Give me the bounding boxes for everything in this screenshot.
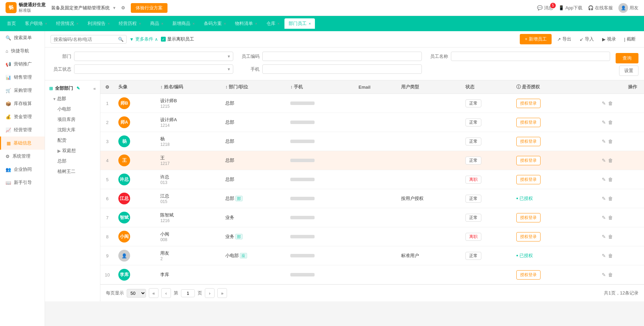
sidebar-item-finance[interactable]: 💰 资金管理	[0, 110, 45, 123]
import-button[interactable]: ↙ 导入	[577, 35, 597, 44]
edit-icon[interactable]: ✎	[602, 139, 606, 144]
col-settings[interactable]: ⚙	[100, 80, 114, 94]
edit-icon[interactable]: ✎	[602, 234, 606, 239]
last-page-button[interactable]: »	[217, 288, 227, 298]
sidebar-item-inventory[interactable]: 📦 库存核算	[0, 97, 45, 110]
table-scroll[interactable]: ⚙ 头像 ↕ 姓名/编码 ↕ 部门/职位 ↕ 手机	[100, 80, 644, 301]
tab-goods[interactable]: 商品 ×	[146, 18, 167, 29]
delete-icon[interactable]: 🗑	[608, 272, 613, 277]
close-icon[interactable]: ×	[192, 21, 194, 26]
edit-icon[interactable]: ✎	[602, 100, 606, 106]
edit-icon[interactable]: ✎	[602, 177, 606, 182]
tree-item-plantking[interactable]: 植树王二	[48, 166, 100, 177]
auth-login-button[interactable]: 授权登录	[516, 156, 541, 165]
auth-login-button[interactable]: 授权登录	[516, 213, 541, 222]
query-button[interactable]: 查询	[616, 53, 638, 63]
edit-icon[interactable]: ✎	[602, 272, 606, 277]
add-employee-button[interactable]: + 新增员工	[520, 34, 551, 44]
sidebar-item-marketing[interactable]: 📢 营销推广	[0, 58, 45, 71]
emp-status-select[interactable]: ▾	[74, 64, 233, 74]
tab-warehouse[interactable]: 仓库 ×	[262, 18, 284, 29]
tree-item-project-warehouse[interactable]: 项目库房	[48, 114, 100, 125]
reset-button[interactable]: 设置	[619, 65, 638, 76]
sidebar-item-nav[interactable]: ⌂ 快捷导航	[0, 44, 45, 58]
close-icon[interactable]: ×	[255, 21, 257, 26]
tab-home[interactable]: 首页	[3, 18, 20, 29]
tree-item-shuangtingxiang[interactable]: ▶ 双庭想	[48, 146, 100, 156]
close-icon[interactable]: ×	[139, 21, 141, 26]
col-name[interactable]: ↕ 姓名/编码	[156, 80, 221, 94]
tree-group-label[interactable]: ▾ 总部	[48, 94, 100, 104]
tab-new-goods[interactable]: 新增商品 ×	[168, 18, 199, 29]
delete-icon[interactable]: 🗑	[608, 215, 613, 220]
auth-login-button[interactable]: 授权登录	[516, 175, 541, 184]
delete-icon[interactable]: 🗑	[608, 234, 613, 239]
phone-input[interactable]	[262, 64, 421, 74]
trial-button[interactable]: 体验行业方案	[131, 3, 167, 13]
delete-icon[interactable]: 🗑	[608, 158, 613, 163]
auth-login-button[interactable]: 授权登录	[516, 99, 541, 108]
sidebar-item-collab[interactable]: 👥 企业协同	[0, 163, 45, 176]
dept-select[interactable]: ▾	[74, 52, 233, 61]
page-size-select[interactable]: 50 20 100	[127, 289, 146, 298]
tab-operation[interactable]: 经营情况 ×	[52, 18, 82, 29]
online-service-button[interactable]: 🎧 在线客服	[588, 5, 613, 11]
chevron-down-icon[interactable]: ▾	[113, 5, 116, 10]
show-dimitted-toggle[interactable]: ✓ 显示离职员工	[161, 36, 194, 42]
delete-icon[interactable]: 🗑	[608, 253, 613, 258]
close-icon[interactable]: ×	[224, 21, 226, 26]
next-page-button[interactable]: ›	[205, 288, 215, 298]
sidebar-item-system[interactable]: ⚙ 系统管理	[0, 150, 45, 163]
sidebar-item-sales[interactable]: 📊 销售管理	[0, 71, 45, 84]
sidebar-item-business[interactable]: 📈 经营管理	[0, 123, 45, 136]
edit-icon[interactable]: ✎	[76, 86, 80, 91]
col-phone[interactable]: ↕ 手机	[286, 80, 354, 94]
auth-login-button[interactable]: 授权登录	[516, 270, 541, 280]
edit-icon[interactable]: ✎	[602, 158, 606, 163]
search-box[interactable]: 🔍	[51, 35, 127, 44]
sidebar-item-purchase[interactable]: 🛒 采购管理	[0, 84, 45, 97]
tab-employees[interactable]: 部门员工 ×	[284, 18, 315, 29]
auth-login-button[interactable]: 授权登录	[516, 137, 541, 146]
app-download-button[interactable]: 📱 App下载	[559, 5, 582, 11]
close-icon[interactable]: ×	[161, 21, 163, 26]
emp-code-input[interactable]	[262, 52, 421, 61]
close-icon[interactable]: ×	[309, 21, 311, 26]
delete-icon[interactable]: 🗑	[608, 177, 613, 182]
tree-item-shenyang[interactable]: 沈阳大库	[48, 125, 100, 135]
user-menu[interactable]: 👤 用友	[618, 3, 638, 13]
tree-item-headquarters[interactable]: 总部	[48, 156, 100, 166]
delete-icon[interactable]: 🗑	[608, 139, 613, 144]
col-dept[interactable]: ↕ 部门/职位	[221, 80, 286, 94]
sidebar-item-basic[interactable]: ▦ 基础信息	[0, 136, 45, 150]
delete-icon[interactable]: 🗑	[608, 120, 613, 125]
edit-icon[interactable]: ✎	[602, 196, 606, 201]
prev-page-button[interactable]: ‹	[161, 288, 171, 298]
tab-customer[interactable]: 客户联络 ×	[21, 18, 51, 29]
emp-name-input[interactable]	[451, 52, 610, 61]
gear-icon[interactable]: ⚙	[118, 3, 128, 13]
tab-bom[interactable]: 物料清单 ×	[231, 18, 261, 29]
sidebar-item-guide[interactable]: 📖 新手引导	[0, 176, 45, 189]
collapse-icon[interactable]: «	[93, 86, 96, 91]
auth-login-button[interactable]: 授权登录	[516, 232, 541, 241]
edit-icon[interactable]: ✎	[602, 120, 606, 125]
filter-button[interactable]: ▼ 更多条件 ∧	[129, 36, 158, 42]
delete-icon[interactable]: 🗑	[608, 196, 613, 201]
delete-icon[interactable]: 🗑	[608, 100, 613, 106]
close-icon[interactable]: ×	[45, 21, 47, 26]
tab-profit[interactable]: 利润报告 ×	[83, 18, 114, 29]
edit-icon[interactable]: ✎	[602, 215, 606, 220]
more-options-button[interactable]: | 截断	[622, 35, 638, 44]
close-icon[interactable]: ×	[278, 21, 280, 26]
first-page-button[interactable]: «	[149, 288, 158, 298]
message-button[interactable]: 💬 消息 5	[537, 5, 553, 11]
auth-login-button[interactable]: 授权登录	[516, 118, 541, 127]
close-icon[interactable]: ×	[76, 21, 78, 26]
sidebar-item-search[interactable]: 🔍 搜索菜单	[0, 31, 45, 44]
search-input[interactable]	[54, 37, 116, 42]
view-button[interactable]: ▶ 视录	[599, 35, 619, 44]
page-number-input[interactable]	[181, 289, 195, 297]
edit-icon[interactable]: ✎	[602, 253, 606, 258]
tree-item-delivery[interactable]: 配货	[48, 135, 100, 146]
